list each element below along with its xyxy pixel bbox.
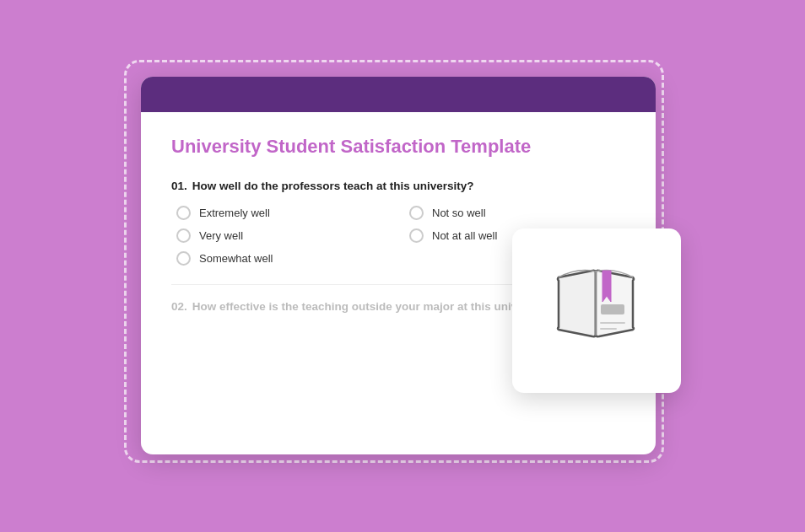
radio-somewhat-well[interactable] [176,251,191,266]
survey-title: University Student Satisfaction Template [171,136,625,158]
option-label-very-well: Very well [199,229,243,242]
option-label-somewhat-well: Somewhat well [199,252,273,265]
svg-rect-1 [601,304,624,314]
book-icon [542,255,651,365]
question-1-number: 01. [171,180,187,192]
radio-very-well[interactable] [176,228,191,243]
option-very-well[interactable]: Very well [176,228,392,243]
option-label-not-so-well: Not so well [432,207,486,219]
question-2-number: 02. [171,300,187,313]
card-wrapper: University Student Satisfaction Template… [124,60,681,473]
option-label-not-at-all-well: Not at all well [432,229,497,242]
option-somewhat-well[interactable]: Somewhat well [176,251,392,266]
question-1-text: How well do the professors teach at this… [192,180,474,192]
option-label-extremely-well: Extremely well [199,207,270,219]
option-extremely-well[interactable]: Extremely well [176,206,392,220]
radio-not-so-well[interactable] [409,206,424,220]
card-header-bar [141,77,656,112]
radio-extremely-well[interactable] [176,206,191,220]
book-illustration-card [512,228,681,393]
option-not-so-well[interactable]: Not so well [409,206,625,220]
question-1-label: 01. How well do the professors teach at … [171,180,625,192]
radio-not-at-all-well[interactable] [409,228,424,243]
question-2-text: How effective is the teaching outside yo… [192,300,555,313]
